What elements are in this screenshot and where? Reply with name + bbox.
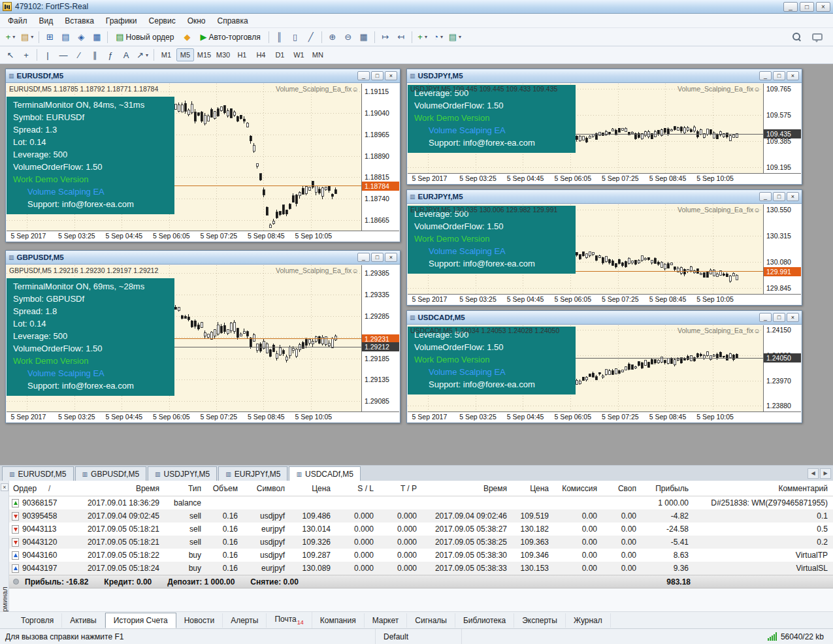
timeframe-m5[interactable]: M5 — [176, 48, 194, 61]
chart-restore-button[interactable]: □ — [773, 192, 785, 201]
zoom-out-button[interactable]: ⊖ — [341, 30, 355, 44]
chart-titlebar[interactable]: ▥USDCADf,M5_□× — [407, 311, 802, 325]
timeframe-h4[interactable]: H4 — [252, 48, 270, 61]
history-header-символ-4[interactable]: Символ — [243, 484, 290, 493]
zoom-in-button[interactable]: ⊕ — [325, 30, 340, 44]
history-header-ордер-0[interactable]: Ордер/ — [9, 484, 81, 493]
community-button[interactable] — [810, 30, 825, 44]
arrow-tools-button[interactable]: ↗▾ — [135, 48, 150, 62]
minimize-button[interactable]: _ — [783, 2, 798, 12]
chart-restore-button[interactable]: □ — [773, 313, 785, 322]
terminal-tab-торговля[interactable]: Торговля — [13, 613, 62, 628]
timeframe-m30[interactable]: M30 — [214, 48, 232, 61]
profiles-button[interactable]: ▤▾ — [19, 30, 35, 44]
line-chart-mode-button[interactable]: ╱ — [304, 30, 318, 44]
terminal-panel-button[interactable]: ▦ — [90, 30, 104, 44]
chart-titlebar[interactable]: ▥EURUSDf,M5_□× — [6, 69, 400, 83]
chart-minimize-button[interactable]: _ — [759, 313, 772, 322]
chart-minimize-button[interactable]: _ — [759, 71, 772, 80]
search-button[interactable] — [789, 30, 804, 44]
history-row[interactable]: 903681572017.09.01 18:36:29balance1 000.… — [9, 496, 833, 509]
terminal-tab-библиотека[interactable]: Библиотека — [455, 613, 514, 628]
time-axis[interactable]: 5 Sep 20175 Sep 03:255 Sep 04:455 Sep 06… — [7, 231, 361, 241]
fibonacci-button[interactable]: ƒ — [103, 48, 118, 62]
candlestick-mode-button[interactable]: ▯ — [288, 30, 302, 44]
timeframe-w1[interactable]: W1 — [290, 48, 308, 61]
equidistant-channel-button[interactable]: ∥ — [88, 48, 102, 62]
terminal-tab-новости[interactable]: Новости — [176, 613, 223, 628]
chart-close-button[interactable]: × — [787, 192, 799, 201]
menu-insert[interactable]: Вставка — [59, 14, 100, 27]
history-row[interactable]: 903954582017.09.04 09:02:45sell0.16usdjp… — [9, 509, 833, 523]
tile-windows-button[interactable]: ▦ — [357, 30, 371, 44]
templates-button[interactable]: ▤▾ — [447, 30, 463, 44]
history-header-комментарий-13[interactable]: Комментарий — [694, 484, 833, 493]
history-header-t-p-7[interactable]: T / P — [379, 484, 422, 493]
history-header-цена-5[interactable]: Цена — [290, 484, 336, 493]
crosshair-button[interactable]: + — [19, 48, 33, 62]
timeframe-h1[interactable]: H1 — [233, 48, 251, 61]
menu-file[interactable]: Файл — [2, 14, 33, 27]
history-header-прибыль-12[interactable]: Прибыль — [642, 484, 694, 493]
tab-scroll-right-button[interactable]: ▶ — [820, 468, 831, 479]
chart-close-button[interactable]: × — [385, 253, 397, 262]
chart-titlebar[interactable]: ▥GBPUSDf,M5_□× — [6, 251, 400, 265]
terminal-tab-активы[interactable]: Активы — [62, 613, 105, 628]
terminal-tab-компания[interactable]: Компания — [312, 613, 365, 628]
chart-close-button[interactable]: × — [787, 313, 799, 322]
chart-close-button[interactable]: × — [385, 71, 397, 80]
timeframe-m15[interactable]: M15 — [195, 48, 213, 61]
chart-tab-gbpusdf-m5[interactable]: ▥GBPUSDf,M5 — [75, 466, 147, 481]
data-window-button[interactable]: ▤ — [58, 30, 73, 44]
horizontal-line-button[interactable]: — — [56, 48, 71, 62]
chart-close-button[interactable]: × — [787, 71, 799, 80]
maximize-button[interactable]: □ — [800, 2, 814, 12]
history-row[interactable]: 904431972017.09.05 05:18:24buy0.16eurjpy… — [9, 562, 833, 575]
menu-service[interactable]: Сервис — [143, 14, 182, 27]
price-axis[interactable]: 1.191151.190401.189651.188901.188151.187… — [361, 84, 399, 231]
chart-titlebar[interactable]: ▥EURJPYf,M5_□× — [407, 190, 802, 204]
periods-button[interactable]: ◔▾ — [431, 30, 446, 44]
chart-shift-button[interactable]: ↤ — [394, 30, 408, 44]
menu-charts[interactable]: Графики — [100, 14, 143, 27]
cursor-button[interactable]: ↖ — [3, 48, 18, 62]
bar-chart-mode-button[interactable]: ║ — [272, 30, 287, 44]
chart-tab-eurusdf-m5[interactable]: ▥EURUSDf,M5 — [2, 466, 74, 481]
history-header-комиссия-10[interactable]: Комиссия — [554, 484, 602, 493]
time-axis[interactable]: 5 Sep 20175 Sep 03:255 Sep 04:455 Sep 06… — [408, 173, 763, 184]
chart-plot[interactable]: USDCADf,M5 1.24034 1.24053 1.24028 1.240… — [408, 325, 763, 411]
history-header-время-8[interactable]: Время — [422, 484, 512, 493]
terminal-tab-эксперты[interactable]: Эксперты — [514, 613, 566, 628]
history-header-s-l-6[interactable]: S / L — [336, 484, 379, 493]
chart-restore-button[interactable]: □ — [371, 253, 384, 262]
history-header-объем-3[interactable]: Объем — [206, 484, 243, 493]
navigator-button[interactable]: ◈ — [74, 30, 88, 44]
chart-restore-button[interactable]: □ — [773, 71, 785, 80]
terminal-tab-почта[interactable]: Почта14 — [267, 612, 312, 628]
chart-plot[interactable]: EURUSDf,M5 1.18785 1.18792 1.18771 1.187… — [7, 84, 361, 231]
new-chart-button[interactable]: +▾ — [3, 30, 18, 44]
time-axis[interactable]: 5 Sep 20175 Sep 03:255 Sep 04:455 Sep 06… — [408, 411, 763, 422]
terminal-tab-сигналы[interactable]: Сигналы — [407, 613, 455, 628]
close-button[interactable]: × — [816, 2, 830, 12]
tab-scroll-left-button[interactable]: ◀ — [808, 468, 819, 479]
auto-trading-button[interactable]: ▶Авто-торговля — [195, 30, 265, 44]
chart-plot[interactable]: EURJPYf,M5 130.035 130.006 129.982 129.9… — [408, 204, 763, 294]
terminal-tab-маркет[interactable]: Маркет — [365, 613, 408, 628]
indicators-button[interactable]: +▾ — [416, 30, 430, 44]
price-axis[interactable]: 130.550130.315130.080129.845129.991 — [763, 204, 801, 294]
chart-minimize-button[interactable]: _ — [357, 71, 370, 80]
market-watch-button[interactable]: ⊞ — [42, 30, 57, 44]
title-bar[interactable]: 479102: FortFS-Real _ □ × — [0, 0, 833, 14]
chart-plot[interactable]: USDJPYf,M5 109.445 109.445 109.433 109.4… — [408, 84, 763, 173]
time-axis[interactable]: 5 Sep 20175 Sep 03:255 Sep 04:455 Sep 06… — [408, 294, 763, 304]
text-label-button[interactable]: A — [119, 48, 133, 62]
chart-minimize-button[interactable]: _ — [759, 192, 772, 201]
chart-plot[interactable]: GBPUSDf,M5 1.29216 1.29230 1.29197 1.292… — [7, 265, 361, 411]
auto-scroll-button[interactable]: ↦ — [378, 30, 393, 44]
chart-tab-usdjpyf-m5[interactable]: ▥USDJPYf,M5 — [148, 466, 217, 481]
timeframe-m1[interactable]: M1 — [157, 48, 175, 61]
chart-titlebar[interactable]: ▥USDJPYf,M5_□× — [407, 69, 802, 83]
menu-window[interactable]: Окно — [182, 14, 212, 27]
terminal-tab-история-счета[interactable]: История Счета — [105, 613, 176, 628]
